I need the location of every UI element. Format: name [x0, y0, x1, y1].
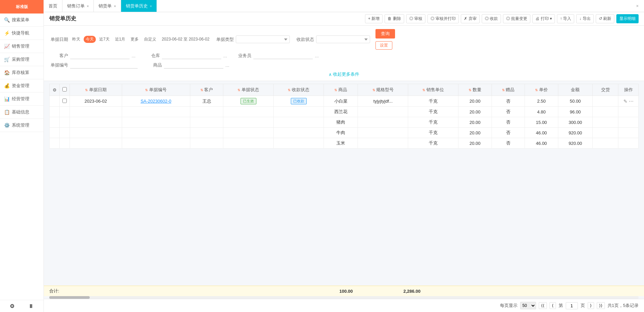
btn-refresh[interactable]: ↺ 刷新 — [596, 14, 614, 23]
btn-audit-print[interactable]: ◎ 审核并打印 — [427, 14, 459, 23]
collapse-button[interactable]: ∧ 收起更多条件 — [329, 71, 359, 77]
col-unit[interactable]: ⇅ 销售单位 — [408, 84, 458, 96]
cell-goods: 牛肉 — [324, 128, 358, 138]
sidebar-settings-icon[interactable]: ⚙ — [10, 303, 15, 309]
tab-sales-delivery-close[interactable]: × — [114, 4, 116, 8]
col-payment-status[interactable]: ⇅ 收款状态 — [274, 84, 324, 96]
date-range-display: 2023-06-02 至 2023-06-02 — [162, 36, 209, 42]
horizontal-scrollbar[interactable] — [49, 296, 639, 299]
payment-status-select[interactable] — [316, 35, 370, 43]
doc-num-input[interactable] — [70, 62, 138, 69]
tab-sales-order-close[interactable]: × — [87, 4, 89, 8]
page-number-input[interactable] — [566, 302, 578, 309]
col-date[interactable]: ⇅ 单据日期 — [70, 84, 122, 96]
btn-add[interactable]: + 新增 — [365, 14, 383, 23]
sidebar-item-ops-mgmt[interactable]: 📊 经营管理 — [0, 93, 44, 106]
sidebar-item-inventory[interactable]: 🏠 库存核算 — [0, 66, 44, 79]
query-button[interactable]: 查询 — [375, 29, 395, 38]
btn-cancel-audit[interactable]: ✗ 弃审 — [461, 14, 479, 23]
col-amount: 金额 — [558, 84, 593, 96]
edit-icon[interactable]: ✎ — [623, 99, 627, 104]
sidebar-item-label: 销售管理 — [12, 43, 29, 49]
row-checkbox[interactable] — [62, 99, 67, 103]
col-price[interactable]: ⇅ 单价 — [525, 84, 558, 96]
tab-sales-history-label: 销货单历史 — [126, 3, 148, 9]
scrollbar-thumb[interactable] — [49, 296, 90, 299]
col-gift[interactable]: ⇅ 赠品 — [492, 84, 525, 96]
btn-show-detail[interactable]: 显示明细 — [616, 14, 639, 23]
page-first-btn[interactable]: ⟨⟨ — [539, 302, 547, 309]
date-btn-yesterday[interactable]: 昨天 — [70, 36, 82, 43]
warehouse-input[interactable] — [162, 52, 221, 59]
cell-checkbox — [60, 107, 70, 117]
sidebar-item-search-menu[interactable]: 🔍 搜索菜单 — [0, 14, 44, 27]
cell-doc-status — [223, 117, 274, 128]
sidebar-collapse-icon[interactable]: ⏸ — [28, 303, 34, 309]
cell-price: 2.50 — [525, 96, 558, 107]
warehouse-ellipsis[interactable]: ... — [223, 53, 227, 58]
col-spec[interactable]: ⇅ 规格型号 — [358, 84, 408, 96]
sidebar-item-quick-nav[interactable]: ⚡ 快捷导航 — [0, 27, 44, 40]
filter-date: 单据日期 昨天 今天 近7天 近1月 更多 自定义 2023-06-02 至 2… — [49, 36, 209, 43]
customer-label: 客户 — [49, 53, 68, 59]
date-btn-1month[interactable]: 近1月 — [113, 36, 128, 43]
filter-goods: 商品 ... — [143, 62, 229, 69]
cell-payment-status: 已收款 — [274, 96, 324, 107]
btn-delete[interactable]: 🗑 删除 — [385, 14, 404, 23]
date-btn-today[interactable]: 今天 — [84, 36, 96, 43]
sidebar-item-finance-mgmt[interactable]: 💰 资金管理 — [0, 79, 44, 93]
date-options: 昨天 今天 近7天 近1月 更多 自定义 — [70, 36, 158, 43]
btn-audit[interactable]: ◎ 审核 — [406, 14, 425, 23]
btn-collect[interactable]: ◎ 收款 — [482, 14, 501, 23]
staff-input[interactable] — [253, 52, 313, 59]
cell-ops: ✎ ⋯ — [618, 96, 639, 107]
tab-home[interactable]: 首页 — [44, 0, 62, 12]
customer-input[interactable] — [70, 52, 130, 59]
tab-sales-history-close[interactable]: × — [150, 4, 152, 8]
col-doc-status[interactable]: ⇅ 单据状态 — [223, 84, 274, 96]
sidebar-item-purchase-mgmt[interactable]: 🛒 采购管理 — [0, 53, 44, 66]
tab-sales-delivery[interactable]: 销货单 × — [94, 0, 121, 12]
cell-date — [70, 117, 122, 128]
staff-label: 业务员 — [232, 53, 251, 59]
btn-export[interactable]: ↓ 导出 — [576, 14, 593, 23]
cell-gift: 否 — [492, 96, 525, 107]
page-next-btn[interactable]: ⟩ — [588, 302, 594, 309]
more-icon[interactable]: ⋯ — [629, 99, 634, 104]
page-prev-btn[interactable]: ⟨ — [550, 302, 556, 309]
doc-num-link[interactable]: SA-20230602-0 — [141, 99, 171, 104]
sidebar-item-sales-mgmt[interactable]: 📈 销售管理 — [0, 40, 44, 53]
col-doc-num[interactable]: ⇅ 单据编号 — [122, 84, 190, 96]
main-content: 首页 销售订单 × 销货单 × 销货单历史 × × 销货单历史 + 新增 🗑 删… — [44, 0, 644, 312]
btn-batch-change[interactable]: ◎ 批量变更 — [503, 14, 530, 23]
btn-import[interactable]: ↑ 导入 — [557, 14, 574, 23]
inventory-icon: 🏠 — [4, 70, 10, 75]
customer-ellipsis[interactable]: ... — [132, 53, 136, 58]
date-btn-more[interactable]: 更多 — [129, 36, 141, 43]
page-size-select[interactable]: 10 20 50 100 — [520, 302, 536, 309]
sidebar-item-basic-info[interactable]: 📋 基础信息 — [0, 106, 44, 119]
date-btn-7days[interactable]: 近7天 — [97, 36, 112, 43]
col-customer[interactable]: ⇅ 客户 — [190, 84, 223, 96]
sidebar-item-label: 库存核算 — [12, 70, 29, 76]
staff-ellipsis[interactable]: ... — [315, 53, 319, 58]
goods-input[interactable] — [164, 62, 223, 69]
select-all-checkbox[interactable] — [62, 87, 67, 92]
tab-sales-order[interactable]: 销售订单 × — [62, 0, 94, 12]
tab-sales-history[interactable]: 销货单历史 × — [121, 0, 157, 12]
sales-icon: 📈 — [4, 44, 10, 49]
sidebar-item-sys-mgmt[interactable]: ⚙️ 系统管理 — [0, 119, 44, 132]
cell-gift: 否 — [492, 138, 525, 149]
setting-button[interactable]: 设置 — [375, 41, 392, 50]
goods-ellipsis[interactable]: ... — [225, 62, 229, 68]
btn-print[interactable]: 🖨 打印 ▾ — [532, 14, 555, 23]
window-close-icon[interactable]: × — [633, 3, 641, 8]
col-gear[interactable]: ⚙ — [50, 84, 60, 96]
cell-customer — [190, 128, 223, 138]
filter-payment-status: 收款状态 — [295, 35, 370, 43]
date-btn-custom[interactable]: 自定义 — [142, 36, 158, 43]
doc-type-select[interactable] — [236, 35, 290, 43]
col-goods[interactable]: ⇅ 商品 — [324, 84, 358, 96]
page-last-btn[interactable]: ⟩⟩ — [597, 302, 605, 309]
col-qty[interactable]: ⇅ 数量 — [458, 84, 492, 96]
